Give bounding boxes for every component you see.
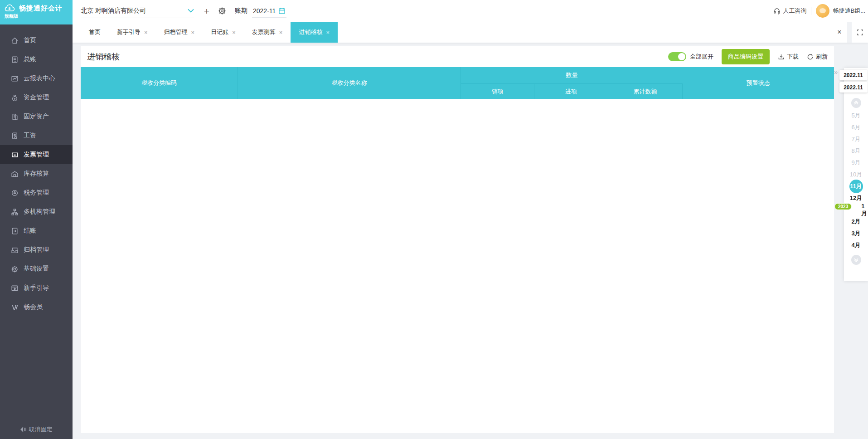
sidebar-item-label: 结账 [24, 227, 36, 235]
tab-label: 日记账 [211, 28, 228, 36]
tab-close-icon[interactable]: × [144, 29, 148, 36]
refresh-button[interactable]: 刷新 [807, 53, 828, 61]
scroll-up-icon[interactable] [851, 98, 861, 108]
add-company-button[interactable]: + [200, 5, 213, 17]
support-label: 人工咨询 [783, 7, 806, 15]
sidebar-item-label: 资金管理 [24, 93, 49, 102]
period-label: 账期 [235, 7, 247, 15]
brand-name: 畅捷通好会计 [19, 4, 63, 13]
tab-journal[interactable]: 日记账 × [203, 22, 244, 43]
sidebar-item-archive[interactable]: 归档管理 [0, 240, 73, 259]
sidebar-item-funds[interactable]: 资金管理 [0, 88, 73, 107]
collapse-panel-icon[interactable]: » [834, 68, 838, 76]
divider [811, 7, 811, 15]
fullscreen-icon[interactable] [852, 22, 868, 43]
inventory-icon [11, 170, 19, 178]
close-all-tabs-button[interactable]: × [832, 28, 847, 36]
ledger-icon [11, 56, 19, 63]
tab-archive[interactable]: 归档管理 × [156, 22, 203, 43]
sidebar-menu: 首页 总账 云报表中心 资金管理 固定资产 工资 [0, 31, 73, 317]
funds-icon [11, 94, 19, 102]
table-header: 税收分类编码 税收分类名称 数量 销项 进项 累计数额 预警状态 [81, 67, 834, 99]
tab-guide[interactable]: 新手引导 × [109, 22, 156, 43]
month-item[interactable]: 5月 [844, 110, 868, 122]
sidebar-item-cloud-reports[interactable]: 云报表中心 [0, 69, 73, 88]
month-item[interactable]: 7月 [844, 133, 868, 145]
sidebar-item-settings[interactable]: 基础设置 [0, 259, 73, 278]
period-range-start[interactable]: 2022.11 [839, 70, 868, 80]
tab-close-icon[interactable]: × [191, 29, 195, 36]
brand-logo: 畅捷通好会计 旗舰版 [0, 0, 73, 24]
unpin-label: 取消固定 [29, 425, 53, 434]
scroll-down-icon[interactable] [851, 255, 861, 265]
tab-label: 首页 [89, 28, 101, 36]
sidebar-item-closing[interactable]: 结账 [0, 221, 73, 240]
multi-org-icon [11, 208, 19, 216]
divider [847, 22, 852, 43]
month-item[interactable]: 4月 [844, 239, 868, 251]
chevron-down-icon [188, 9, 194, 13]
sidebar-item-home[interactable]: 首页 [0, 31, 73, 50]
tax-icon [11, 189, 19, 197]
month-item[interactable]: 3月 [844, 228, 868, 239]
download-label: 下载 [787, 53, 799, 61]
cloud-logo-icon [5, 4, 16, 13]
sidebar: 畅捷通好会计 旗舰版 首页 总账 云报表中心 资金管理 [0, 0, 73, 439]
refresh-label: 刷新 [816, 53, 828, 61]
download-button[interactable]: 下载 [778, 53, 799, 61]
tab-close-icon[interactable]: × [279, 29, 283, 36]
user-menu[interactable]: 畅捷通B组... [816, 4, 865, 18]
plus-icon: + [204, 6, 209, 16]
sidebar-item-general-ledger[interactable]: 总账 [0, 50, 73, 69]
unpin-sidebar-button[interactable]: 取消固定 [0, 425, 73, 434]
sidebar-item-fixed-assets[interactable]: 固定资产 [0, 107, 73, 126]
sidebar-item-guide[interactable]: 新手引导 [0, 278, 73, 298]
sidebar-item-invoice[interactable]: 发票管理 [0, 145, 73, 164]
month-item[interactable]: 2023 1月 [844, 204, 868, 216]
closing-icon [11, 227, 19, 235]
sidebar-item-label: 首页 [24, 36, 36, 44]
tab-invoice-calc[interactable]: 发票测算 × [244, 22, 291, 43]
archive-icon [11, 246, 19, 254]
month-item[interactable]: 8月 [844, 145, 868, 157]
sidebar-item-payroll[interactable]: 工资 [0, 126, 73, 145]
unpin-icon [20, 427, 27, 432]
audit-card: 进销稽核 全部展开 商品编码设置 下载 [81, 46, 834, 433]
guide-icon [11, 284, 19, 292]
column-header-tax-name: 税收分类名称 [238, 67, 461, 99]
sidebar-item-label: 工资 [24, 132, 36, 140]
support-button[interactable]: 人工咨询 [773, 7, 806, 15]
sidebar-item-label: 多机构管理 [24, 208, 55, 216]
table-body-empty [81, 99, 834, 416]
company-selector[interactable]: 北京 对啊酒店有限公司 [81, 4, 194, 18]
sidebar-item-multi-org[interactable]: 多机构管理 [0, 202, 73, 221]
sidebar-item-label: 总账 [24, 55, 36, 63]
account-settings-button[interactable] [216, 5, 228, 17]
payroll-icon [11, 132, 19, 140]
month-item[interactable]: 2月 [844, 216, 868, 228]
month-item[interactable]: 6月 [844, 122, 868, 133]
expand-all-toggle[interactable] [668, 52, 686, 61]
member-icon [11, 303, 19, 311]
month-item[interactable]: 10月 [844, 169, 868, 180]
period-picker[interactable]: 2022-11 [252, 5, 286, 18]
sidebar-item-label: 税务管理 [24, 189, 49, 197]
period-value: 2022-11 [253, 7, 276, 15]
sidebar-item-member[interactable]: 畅会员 [0, 298, 73, 317]
calendar-icon [278, 7, 286, 15]
sidebar-item-inventory[interactable]: 库存核算 [0, 164, 73, 183]
month-item-selected[interactable]: 11月 [844, 180, 868, 192]
tab-close-icon[interactable]: × [232, 29, 236, 36]
tab-purchase-sales-audit[interactable]: 进销稽核 × [291, 22, 338, 43]
tab-close-icon[interactable]: × [326, 29, 330, 36]
product-code-settings-button[interactable]: 商品编码设置 [722, 49, 770, 64]
tab-label: 新手引导 [117, 28, 141, 36]
settings-icon [11, 265, 19, 273]
tab-home[interactable]: 首页 [81, 22, 109, 43]
period-range-end[interactable]: 2022.11 [839, 82, 868, 93]
tab-label: 归档管理 [164, 28, 188, 36]
sidebar-item-tax[interactable]: 税务管理 [0, 183, 73, 202]
column-header-cumulative: 累计数额 [608, 84, 683, 99]
month-item[interactable]: 9月 [844, 157, 868, 169]
sidebar-item-label: 云报表中心 [24, 74, 55, 83]
